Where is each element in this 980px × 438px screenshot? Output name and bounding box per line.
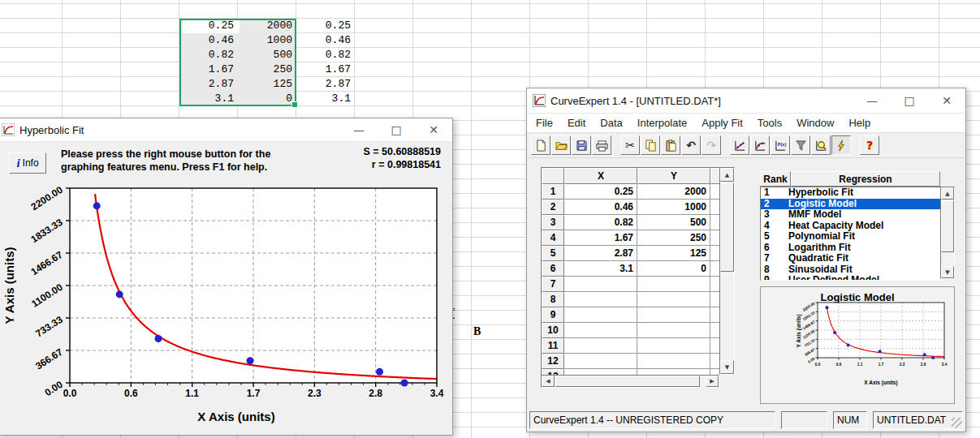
regression-list[interactable]: 1Hyperbolic Fit2Logistic Model3MMF Model… bbox=[760, 187, 942, 281]
table-cell[interactable] bbox=[564, 277, 637, 292]
curveexpert-titlebar[interactable]: CurveExpert 1.4 - [UNTITLED.DAT*] — □ ✕ bbox=[527, 88, 965, 114]
grid-vertical-scrollbar[interactable]: ▲ ▼ bbox=[719, 167, 735, 375]
regression-item[interactable]: 5Polynomial Fit bbox=[761, 231, 941, 243]
excel-cell[interactable]: 125 bbox=[238, 77, 296, 92]
table-cell[interactable]: 500 bbox=[637, 215, 710, 230]
menu-file[interactable]: File bbox=[529, 114, 560, 132]
fit-plot[interactable]: 0.00.61.11.72.32.83.40.00366.67733.33110… bbox=[0, 175, 454, 436]
cut-button[interactable]: ✂ bbox=[620, 135, 640, 155]
menu-tools[interactable]: Tools bbox=[750, 114, 789, 132]
excel-cell[interactable]: 0.82 bbox=[179, 48, 238, 62]
table-cell[interactable] bbox=[564, 307, 637, 323]
grid-header-y[interactable]: Y bbox=[637, 168, 710, 184]
polynomial-button[interactable]: P(x) bbox=[771, 135, 790, 155]
grid-hscroll-thumb[interactable] bbox=[555, 376, 700, 387]
minimize-button[interactable]: — bbox=[853, 88, 891, 113]
data-grid-cells[interactable]: X Y 10.25200020.46100030.8250041.6725052… bbox=[541, 167, 721, 376]
scroll-right-icon[interactable]: ▶ bbox=[706, 376, 719, 387]
save-button[interactable] bbox=[572, 135, 591, 155]
excel-cell[interactable]: 2.87 bbox=[179, 77, 238, 92]
table-cell[interactable]: 125 bbox=[637, 246, 710, 261]
help-button[interactable]: ? bbox=[860, 135, 879, 155]
row-header[interactable]: 12 bbox=[542, 354, 564, 369]
rank-vertical-scrollbar[interactable]: ▲ ▼ bbox=[940, 187, 955, 279]
filter-button[interactable] bbox=[791, 135, 810, 155]
excel-cell[interactable]: 3.1 bbox=[179, 92, 238, 106]
table-cell[interactable]: 0.46 bbox=[564, 200, 637, 215]
regression-item[interactable]: 4Heat Capacity Model bbox=[761, 221, 941, 232]
hyperbolic-fit-titlebar[interactable]: Hyperbolic Fit — □ ✕ bbox=[0, 118, 452, 142]
table-cell[interactable]: 1.67 bbox=[564, 230, 637, 246]
scroll-up-icon[interactable]: ▲ bbox=[941, 187, 954, 200]
excel-cell[interactable]: 3.1 bbox=[296, 92, 355, 106]
table-cell[interactable]: 1000 bbox=[637, 200, 710, 215]
table-cell[interactable]: 2000 bbox=[637, 184, 710, 200]
menu-interpolate[interactable]: Interpolate bbox=[630, 114, 694, 132]
table-cell[interactable] bbox=[637, 307, 710, 323]
excel-cell[interactable]: 1.67 bbox=[179, 62, 238, 77]
excel-cell[interactable]: 2000 bbox=[238, 19, 296, 33]
table-cell[interactable] bbox=[564, 354, 637, 369]
menu-window[interactable]: Window bbox=[789, 114, 841, 132]
row-header[interactable]: 2 bbox=[542, 200, 564, 215]
close-button[interactable]: ✕ bbox=[928, 88, 965, 113]
regression-item[interactable]: 8Sinusoidal Fit bbox=[761, 264, 941, 276]
excel-cell[interactable]: 2.87 bbox=[296, 77, 355, 92]
table-cell[interactable]: 0 bbox=[637, 261, 710, 277]
maximize-button[interactable]: □ bbox=[891, 88, 928, 113]
maximize-button[interactable]: □ bbox=[378, 118, 415, 141]
table-cell[interactable] bbox=[637, 323, 710, 338]
menu-help[interactable]: Help bbox=[841, 114, 878, 132]
grid-header-x[interactable]: X bbox=[564, 168, 637, 184]
table-cell[interactable] bbox=[637, 292, 710, 307]
rank-scroll-thumb[interactable] bbox=[941, 200, 954, 252]
undo-button[interactable]: ↶ bbox=[681, 135, 701, 155]
excel-cell[interactable]: 0.25 bbox=[296, 19, 355, 33]
row-header[interactable]: 6 bbox=[542, 261, 564, 277]
regression-item[interactable]: 9User Defined Model bbox=[761, 275, 941, 281]
grid-horizontal-scrollbar[interactable]: ◀ ▶ bbox=[541, 375, 719, 388]
regression-item[interactable]: 2Logistic Model bbox=[761, 199, 941, 210]
linear-fit-button[interactable] bbox=[730, 135, 749, 155]
scroll-down-icon[interactable]: ▼ bbox=[720, 360, 734, 374]
minimize-button[interactable]: — bbox=[340, 118, 378, 141]
row-header[interactable]: 1 bbox=[542, 184, 564, 200]
close-button[interactable]: ✕ bbox=[415, 118, 452, 141]
table-cell[interactable] bbox=[564, 292, 637, 307]
row-header[interactable]: 9 bbox=[542, 307, 564, 323]
grid-vscroll-thumb[interactable] bbox=[720, 182, 734, 272]
table-cell[interactable] bbox=[637, 354, 710, 369]
table-cell[interactable] bbox=[564, 323, 637, 338]
resize-grip[interactable] bbox=[952, 418, 962, 428]
menu-data[interactable]: Data bbox=[593, 114, 629, 132]
zoom-chart-button[interactable] bbox=[811, 135, 831, 155]
table-cell[interactable] bbox=[637, 277, 710, 292]
print-button[interactable] bbox=[592, 135, 611, 155]
row-header[interactable]: 8 bbox=[542, 292, 564, 307]
scroll-left-icon[interactable]: ◀ bbox=[542, 376, 555, 387]
menu-apply-fit[interactable]: Apply Fit bbox=[694, 114, 750, 132]
redo-button[interactable]: ↷ bbox=[702, 135, 721, 155]
table-cell[interactable] bbox=[564, 338, 637, 354]
fit-preview-panel[interactable]: Logistic Model 0.00.61.11.72.32.83.40.00… bbox=[760, 286, 955, 404]
regression-item[interactable]: 1Hyperbolic Fit bbox=[761, 187, 941, 199]
regression-item[interactable]: 3MMF Model bbox=[761, 209, 941, 221]
regression-item[interactable]: 6Logarithm Fit bbox=[761, 243, 941, 254]
curve-fit-button[interactable] bbox=[750, 135, 770, 155]
paste-button[interactable] bbox=[661, 135, 680, 155]
row-header[interactable]: 3 bbox=[542, 215, 564, 230]
excel-cell[interactable]: 0.46 bbox=[296, 33, 355, 48]
row-header[interactable]: 7 bbox=[542, 277, 564, 292]
row-header[interactable]: 5 bbox=[542, 246, 564, 261]
excel-cell[interactable]: 250 bbox=[238, 62, 296, 77]
row-header[interactable]: 4 bbox=[542, 230, 564, 246]
new-file-button[interactable] bbox=[531, 135, 550, 155]
regression-item[interactable]: 7Quadratic Fit bbox=[761, 253, 941, 264]
excel-cell[interactable]: 1.67 bbox=[296, 62, 355, 77]
table-cell[interactable]: 3.1 bbox=[564, 261, 637, 277]
excel-cell[interactable]: 500 bbox=[238, 48, 296, 62]
table-cell[interactable]: 0.82 bbox=[564, 215, 637, 230]
curvefinder-button[interactable] bbox=[831, 135, 851, 155]
excel-cell[interactable]: 0.25 bbox=[179, 19, 238, 33]
menu-edit[interactable]: Edit bbox=[560, 114, 593, 132]
